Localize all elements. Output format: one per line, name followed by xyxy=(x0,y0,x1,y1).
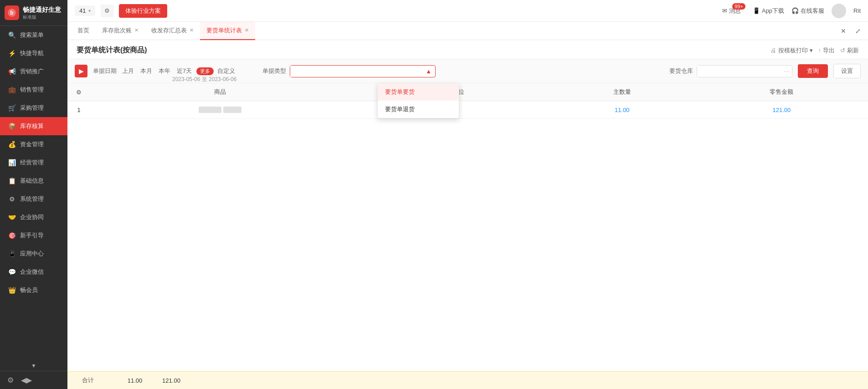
table-row: 1 块 11.00 121.00 xyxy=(67,101,868,119)
date-custom-button[interactable]: 自定义 xyxy=(217,67,235,75)
footer-quantity: 11.00 xyxy=(117,377,153,384)
sidebar-item-guide[interactable]: 🎯 新手引导 xyxy=(0,226,67,245)
data-table: ⚙ 商品 主计量单位 主数量 零售金额 1 xyxy=(67,83,868,119)
tab-label: 要货单统计表 xyxy=(206,26,242,35)
col-product: 商品 xyxy=(90,83,349,101)
data-table-container: ⚙ 商品 主计量单位 主数量 零售金额 1 xyxy=(67,83,868,371)
tab-close-icon[interactable]: ✕ xyxy=(245,27,249,33)
trial-button[interactable]: 体验行业方案 xyxy=(119,4,167,18)
sidebar-item-enterprise[interactable]: 🤝 企业协同 xyxy=(0,208,67,226)
filter-settings-button[interactable]: 设置 xyxy=(833,64,861,78)
print-template-button[interactable]: 🖨 按模板打印 ▾ xyxy=(770,46,813,55)
tab-receipt[interactable]: 收发存汇总表 ✕ xyxy=(145,22,200,40)
row-amount: 121.00 xyxy=(695,101,868,119)
warehouse-filter-more-icon[interactable]: ··· xyxy=(781,67,792,75)
query-button[interactable]: 查询 xyxy=(798,64,828,78)
system-icon: ⚙ xyxy=(7,194,16,204)
store-selector[interactable]: 41 ▾ xyxy=(75,5,95,16)
sidebar-item-label: 企业协同 xyxy=(20,213,44,221)
footer-summary: 合计 11.00 121.00 xyxy=(75,376,190,384)
footer-total-label: 合计 xyxy=(75,376,117,384)
page-title: 要货单统计表(按商品) xyxy=(77,46,147,55)
message-badge: 99+ xyxy=(732,3,745,10)
filter-expand-button[interactable]: ▶ xyxy=(75,65,87,77)
sidebar-item-basic[interactable]: 📋 基础信息 xyxy=(0,172,67,190)
sidebar-item-system[interactable]: ⚙ 系统管理 xyxy=(0,190,67,208)
warehouse-filter-label: 要货仓库 xyxy=(669,67,693,75)
chevron-down-icon: ▾ xyxy=(88,8,91,13)
tab-close-icon[interactable]: ✕ xyxy=(190,27,194,33)
app-download-button[interactable]: 📱 App下载 xyxy=(753,7,784,15)
col-settings[interactable]: ⚙ xyxy=(67,83,90,101)
sidebar-item-label: 新手引导 xyxy=(20,231,44,240)
sidebar-collapse-icon[interactable]: ◀▶ xyxy=(21,376,32,384)
print-chevron-icon: ▾ xyxy=(810,47,813,54)
tab-batch[interactable]: 库存批次账 ✕ xyxy=(96,22,145,40)
type-filter-label: 单据类型 xyxy=(262,67,286,75)
date-shortcut-last-month[interactable]: 上月 xyxy=(120,66,136,76)
page-header: 要货单统计表(按商品) 🖨 按模板打印 ▾ ↑ 导出 ↺ 刷新 xyxy=(67,40,868,59)
tab-label: 首页 xyxy=(77,26,89,35)
dropdown-item-order-return[interactable]: 要货单退货 xyxy=(378,101,459,118)
sidebar-item-quick-nav[interactable]: ⚡ 快捷导航 xyxy=(0,44,67,62)
type-filter-chevron-up-icon[interactable]: ▲ xyxy=(422,68,435,75)
guide-icon: 🎯 xyxy=(7,231,16,240)
export-button[interactable]: ↑ 导出 xyxy=(818,46,835,55)
export-label: 导出 xyxy=(823,46,835,55)
message-button[interactable]: ✉ 消息 99+ xyxy=(722,7,741,15)
sidebar-item-marketing[interactable]: 📢 营销推广 xyxy=(0,62,67,81)
online-service-button[interactable]: 🎧 在线客服 xyxy=(791,7,824,15)
app-center-icon: 📱 xyxy=(7,249,16,258)
marketing-icon: 📢 xyxy=(7,67,16,76)
header-settings-button[interactable]: ⚙ xyxy=(101,5,113,17)
refresh-button[interactable]: ↺ 刷新 xyxy=(840,46,859,55)
dropdown-item-order-goods[interactable]: 要货单要货 xyxy=(378,83,459,101)
tabs-maximize-button[interactable]: ⤢ xyxy=(852,25,864,37)
sidebar-item-search[interactable]: 🔍 搜索菜单 xyxy=(0,26,67,44)
warehouse-filter-input[interactable] xyxy=(697,66,781,77)
tab-order-stat[interactable]: 要货单统计表 ✕ xyxy=(200,22,255,40)
basic-icon: 📋 xyxy=(7,176,16,185)
sidebar-item-app-center[interactable]: 📱 应用中心 xyxy=(0,245,67,263)
store-name: 41 xyxy=(79,7,86,14)
sidebar-item-inventory[interactable]: 📦 库存核算 xyxy=(0,117,67,135)
sidebar-scroll-down[interactable]: ▼ xyxy=(0,361,67,371)
refresh-icon: ↺ xyxy=(840,47,845,54)
type-filter-input[interactable] xyxy=(290,66,422,77)
sidebar-bottom: ⚙ ◀▶ xyxy=(0,371,67,389)
tabs-close-all-button[interactable]: ✕ xyxy=(837,25,850,37)
sidebar-settings-icon[interactable]: ⚙ xyxy=(7,376,14,384)
sidebar-item-wechat[interactable]: 💬 企业微信 xyxy=(0,263,67,281)
wechat-icon: 💬 xyxy=(7,267,16,276)
date-shortcut-this-month[interactable]: 本月 xyxy=(139,66,154,76)
tab-home[interactable]: 首页 xyxy=(71,22,96,40)
row-index: 1 xyxy=(67,101,90,119)
date-shortcut-more[interactable]: 更多 xyxy=(196,67,214,75)
export-icon: ↑ xyxy=(818,47,822,54)
date-shortcut-7days[interactable]: 近7天 xyxy=(175,66,194,76)
svg-text:b: b xyxy=(10,10,13,16)
sidebar-item-operation[interactable]: 📊 经营管理 xyxy=(0,154,67,172)
col-quantity: 主数量 xyxy=(549,83,695,101)
app-name: 畅捷通好生意 xyxy=(23,5,61,14)
online-service-icon: 🎧 xyxy=(791,7,799,14)
sidebar-item-label: 库存核算 xyxy=(20,122,44,130)
warehouse-filter-group: 要货仓库 ··· xyxy=(669,65,792,77)
sidebar-item-label: 采购管理 xyxy=(20,104,44,112)
sidebar-item-sales[interactable]: 💼 销售管理 xyxy=(0,81,67,99)
username-label: Rit xyxy=(853,7,861,14)
app-download-label: App下载 xyxy=(762,7,784,15)
tabs-bar: 首页 库存批次账 ✕ 收发存汇总表 ✕ 要货单统计表 ✕ ✕ ⤢ xyxy=(67,22,868,40)
sidebar-item-purchase[interactable]: 🛒 采购管理 xyxy=(0,99,67,117)
purchase-icon: 🛒 xyxy=(7,103,16,113)
date-shortcut-this-year[interactable]: 本年 xyxy=(157,66,172,76)
sidebar-item-member[interactable]: 👑 畅会员 xyxy=(0,281,67,299)
sidebar-item-finance[interactable]: 💰 资金管理 xyxy=(0,135,67,154)
finance-icon: 💰 xyxy=(7,140,16,149)
tab-close-icon[interactable]: ✕ xyxy=(134,27,139,33)
sidebar-item-label: 应用中心 xyxy=(20,250,44,258)
warehouse-filter-wrapper: ··· xyxy=(697,65,792,77)
operation-icon: 📊 xyxy=(7,158,16,167)
app-download-icon: 📱 xyxy=(753,7,760,14)
user-avatar[interactable] xyxy=(832,4,846,18)
